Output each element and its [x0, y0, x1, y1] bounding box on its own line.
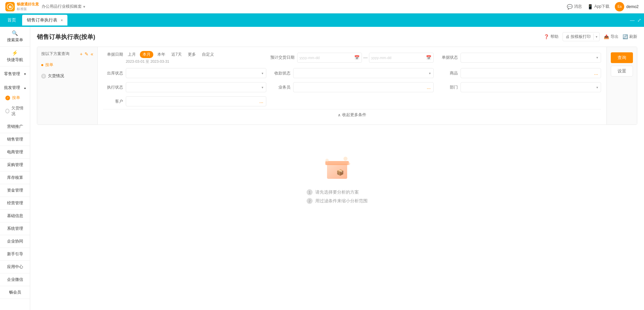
sidebar-item-wechat[interactable]: 企业微信 [0, 273, 30, 286]
delivery-end-date-input[interactable]: yyyy-mm-dd 📅 [369, 53, 434, 63]
tab-close-icon[interactable]: × [61, 18, 63, 22]
tip-1-number: 1 [307, 189, 313, 195]
sidebar-item-marketing[interactable]: 营销推广 [0, 120, 30, 133]
print-dropdown[interactable]: 🖨 按模板打印 ▾ [562, 32, 600, 41]
date-range-separator: — [363, 55, 368, 60]
exec-status-field: 执行状态 ▾ [103, 82, 266, 92]
filter-plan-order[interactable]: 按单 [37, 59, 97, 70]
customer-dots-icon[interactable]: ... [259, 99, 263, 104]
delivery-start-calendar-icon[interactable]: 📅 [354, 55, 360, 60]
exec-status-select[interactable]: ▾ [126, 82, 266, 92]
quick-date-more[interactable]: 更多 [186, 51, 198, 58]
top-bar-left: 畅 畅捷通好生意 标准版 办公用品行业模拟账套 ▾ [5, 2, 85, 11]
product-dots-icon[interactable]: ... [594, 70, 598, 76]
sidebar-item-newguide[interactable]: 新手引导 [0, 248, 30, 260]
sidebar-item-wholesale[interactable]: 批发管理 ▴ [1, 83, 29, 93]
app-download-button[interactable]: 📱 App下载 [587, 4, 609, 9]
tab-sales-order[interactable]: 销售订单执行表 × [22, 15, 67, 25]
user-name: demo2 [626, 4, 639, 9]
filter-collapse-icon[interactable]: « [91, 51, 93, 57]
product-input[interactable]: ... [461, 68, 601, 78]
download-icon: 📱 [587, 4, 593, 9]
page-header: 销售订单执行表(按单) ❓ 帮助 🖨 按模板打印 ▾ 📤 [37, 32, 637, 41]
sidebar-sub-order[interactable]: ✓ 按单 [1, 93, 29, 103]
order-status-field: 单据状态 ▾ [438, 53, 601, 63]
sidebar-item-ecommerce[interactable]: 电商管理 [0, 146, 30, 158]
logo-icon: 畅 [5, 2, 15, 11]
quick-date-this-year[interactable]: 本年 [155, 51, 167, 58]
delivery-status-label: 出库状态 [103, 70, 123, 76]
sidebar-item-inventory[interactable]: 库存核算 [0, 171, 30, 184]
message-button[interactable]: 💬 消息 [567, 4, 582, 9]
filter-row-3: 执行状态 ▾ 业务员 ... [103, 82, 601, 92]
print-dropdown-arrow-icon[interactable]: ▾ [593, 34, 599, 40]
sidebar-item-retail[interactable]: 零售管理 ▾ [1, 69, 29, 79]
delivery-end-calendar-icon[interactable]: 📅 [426, 55, 431, 60]
breadcrumb-dropdown-icon[interactable]: ▾ [83, 4, 85, 9]
filter-main: 单据日期 上月 本月 本年 近7天 更多 自定义 [98, 47, 606, 124]
payment-status-dropdown-icon: ▾ [429, 71, 431, 75]
top-bar-right: 💬 消息 📱 App下载 Ea demo2 [567, 2, 639, 11]
salesperson-dots-icon[interactable]: ... [427, 85, 431, 90]
sidebar-system-section: 系统管理 [0, 222, 30, 235]
quick-date-custom[interactable]: 自定义 [200, 51, 216, 58]
print-icon: 🖨 [566, 34, 570, 39]
sidebar-item-member[interactable]: 畅会员 [0, 286, 30, 299]
quick-date-last7[interactable]: 近7天 [169, 51, 184, 58]
sidebar-item-enterprise[interactable]: 企业协同 [0, 235, 30, 248]
quick-date-current-month[interactable]: 本月 [140, 51, 153, 58]
search-icon: 🔍 [12, 30, 18, 36]
salesperson-field: 业务员 ... [270, 82, 434, 92]
payment-status-select[interactable]: ▾ [293, 68, 434, 78]
print-button[interactable]: 🖨 按模板打印 [563, 33, 593, 41]
wholesale-chevron-icon: ▴ [24, 86, 26, 90]
quick-date-last-month[interactable]: 上月 [126, 51, 138, 58]
filter-row-2: 出库状态 ▾ 收款状态 ▾ [103, 68, 601, 78]
refresh-button[interactable]: 🔄 刷新 [623, 34, 637, 40]
search-button[interactable]: 查询 [611, 52, 633, 63]
sidebar-appcenter-section: 应用中心 [0, 261, 30, 273]
filter-add-icon[interactable]: + [80, 51, 83, 57]
order-date-field: 单据日期 上月 本月 本年 近7天 更多 自定义 [103, 51, 266, 58]
tab-home[interactable]: 首页 [3, 15, 21, 25]
sidebar-sub-payment[interactable]: 欠货情况 [1, 103, 29, 119]
export-button[interactable]: 📤 导出 [604, 34, 619, 40]
sidebar-item-basic[interactable]: 基础信息 [0, 210, 30, 222]
sidebar-item-sales[interactable]: 销售管理 [0, 133, 30, 146]
collapse-button[interactable]: ∧ 收起更多条件 [338, 112, 366, 118]
sidebar-wholesale-group: 批发管理 ▴ ✓ 按单 欠货情况 [0, 80, 30, 120]
help-button[interactable]: ❓ 帮助 [544, 34, 558, 40]
filter-edit-icon[interactable]: ✎ [85, 51, 89, 57]
dept-select[interactable]: ▾ [461, 82, 601, 92]
sidebar-item-system[interactable]: 系统管理 [0, 222, 30, 235]
svg-rect-4 [325, 161, 349, 165]
collapse-arrow-icon: ∧ [338, 113, 341, 117]
top-bar: 畅 畅捷通好生意 标准版 办公用品行业模拟账套 ▾ 💬 消息 📱 App下载 E… [0, 0, 644, 13]
order-status-select[interactable]: ▾ [461, 53, 601, 63]
empty-tips: 1 请先选择要分析的方案 2 用过滤条件来缩小分析范围 [307, 189, 368, 204]
customer-field: 客户 ... [103, 96, 266, 106]
salesperson-input[interactable]: ... [293, 82, 434, 92]
export-icon: 📤 [604, 34, 609, 39]
tab-bar: 首页 销售订单执行表 × — ⤢ [0, 13, 644, 27]
sidebar-item-purchase[interactable]: 采购管理 [0, 159, 30, 171]
collapse-bar: ∧ 收起更多条件 [103, 109, 601, 120]
customer-input[interactable]: ... [126, 96, 266, 106]
tab-minimize-icon[interactable]: — [630, 17, 635, 23]
filter-section: 按以下方案查询 + ✎ « 按单 [37, 47, 637, 125]
settings-button[interactable]: 设置 [611, 66, 633, 76]
filter-plan-shortage[interactable]: 欠货情况 [37, 70, 97, 82]
tab-maximize-icon[interactable]: ⤢ [637, 17, 641, 23]
user-area[interactable]: Ea demo2 [615, 2, 639, 11]
sidebar-item-operations[interactable]: 经营管理 [0, 197, 30, 209]
sidebar-item-finance[interactable]: 资金管理 [0, 184, 30, 197]
sidebar-marketing-section: 营销推广 [0, 120, 30, 133]
delivery-status-select[interactable]: ▾ [126, 68, 266, 78]
delivery-start-date-input[interactable]: yyyy-mm-dd 📅 [297, 53, 362, 63]
sidebar-item-quicknav[interactable]: ⚡ 快捷导航 [0, 47, 30, 66]
sidebar-item-appcenter[interactable]: 应用中心 [0, 261, 30, 273]
filter-row-4: 客户 ... [103, 96, 601, 106]
filter-row-1: 单据日期 上月 本月 本年 近7天 更多 自定义 [103, 51, 601, 64]
sidebar-item-search[interactable]: 🔍 搜索菜单 [0, 27, 30, 46]
sidebar-search-section: 🔍 搜索菜单 [0, 27, 30, 47]
